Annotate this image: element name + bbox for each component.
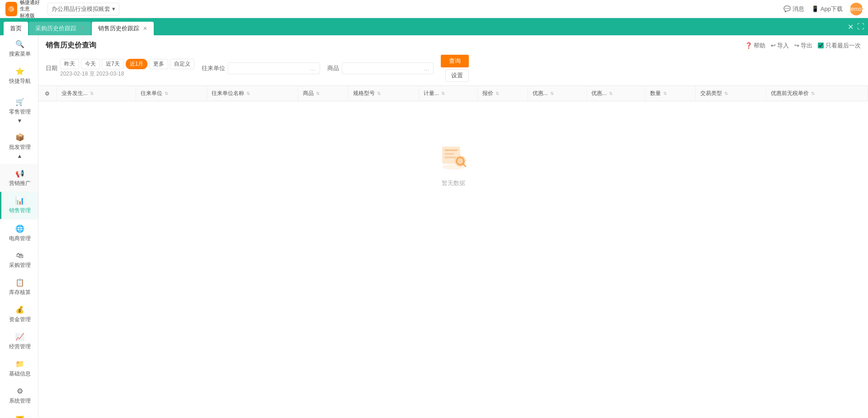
search-sidebar-icon: 🔍 (15, 40, 24, 48)
tab-sales-history[interactable]: 销售历史价跟踪 ✕ (92, 22, 154, 35)
col-trade-type[interactable]: 交易类型 ⇅ (695, 86, 766, 101)
col-biz-date[interactable]: 业务发生... ⇅ (57, 86, 136, 101)
col-partner-code[interactable]: 往来单位 ⇅ (136, 86, 207, 101)
col-product[interactable]: 商品 ⇅ (298, 86, 348, 101)
page-header: 销售历史价查询 ❓ 帮助 ↩ 导入 ↪ 导出 (38, 35, 868, 86)
sort-biz-date-icon: ⇅ (90, 91, 94, 96)
top-bar-right: 💬 消息 📱 App下载 demo2 (783, 3, 863, 15)
close-sales-tab-icon[interactable]: ✕ (143, 25, 147, 32)
app-download-btn[interactable]: 📱 App下载 (811, 5, 843, 13)
tab-bar: 首页 采购历史价跟踪 ✕ 销售历史价跟踪 ✕ ✕ ⛶ (0, 18, 868, 35)
sidebar-item-search[interactable]: 🔍 搜索菜单 (0, 35, 38, 62)
marketing-icon: 📢 (15, 169, 24, 178)
table-container: ⚙ 业务发生... ⇅ 往来单位 ⇅ 往来单位名称 (38, 86, 868, 418)
col-pretax-price[interactable]: 优惠前无税单价 ⇅ (766, 86, 868, 101)
sidebar-item-purchase[interactable]: 🛍 采购管理 (0, 247, 38, 274)
col-discount1[interactable]: 优惠... ⇅ (528, 86, 586, 101)
sales-tab-label: 销售历史价跟踪 (98, 24, 139, 33)
close-window-icon[interactable]: ✕ (848, 23, 854, 31)
only-last-checkbox-item[interactable]: 只看最后一次 (818, 42, 861, 50)
close-purchase-tab-icon[interactable]: ✕ (80, 25, 85, 32)
partner-input[interactable] (232, 65, 308, 72)
sort-partner-code-icon: ⇅ (165, 91, 168, 96)
sidebar-item-operations[interactable]: 📈 经营管理 (0, 328, 38, 355)
partner-filter-group: 往来单位 ... (202, 62, 320, 74)
svg-rect-4 (444, 149, 458, 151)
date-btn-custom[interactable]: 自定义 (170, 59, 194, 69)
retail-arrow-icon: ▼ (17, 118, 23, 124)
retail-icon: 🛒 (15, 98, 24, 106)
sidebar-item-quick-nav[interactable]: ⭐ 快捷导航 (0, 62, 38, 90)
sidebar-wholesale-label: 批发管理 (9, 143, 31, 151)
page-actions: ❓ 帮助 ↩ 导入 ↪ 导出 只看最后一次 (745, 42, 861, 50)
sort-quantity-icon: ⇅ (663, 91, 667, 96)
only-last-checkbox[interactable] (818, 43, 824, 48)
message-btn[interactable]: 💬 消息 (783, 5, 804, 13)
logo-icon: 好 (5, 2, 17, 16)
table-header: ⚙ 业务发生... ⇅ 往来单位 ⇅ 往来单位名称 (38, 86, 868, 101)
partner-input-dots[interactable]: ... (310, 64, 316, 72)
system-icon: ⚙ (17, 387, 23, 395)
sort-trade-type-icon: ⇅ (724, 91, 728, 96)
corp-collab-icon: 🤝 (15, 414, 24, 418)
empty-text: 暂无数据 (442, 179, 465, 187)
empty-state: 暂无数据 (38, 101, 868, 223)
date-btn-yesterday[interactable]: 昨天 (60, 59, 79, 69)
sort-partner-name-icon: ⇅ (246, 91, 250, 96)
query-button[interactable]: 查询 (441, 55, 469, 67)
download-icon: 📱 (811, 5, 819, 12)
product-filter-group: 商品 ... (327, 62, 434, 74)
sidebar-item-finance[interactable]: 💰 资金管理 (0, 301, 38, 328)
col-discount2[interactable]: 优惠... ⇅ (586, 86, 645, 101)
date-btn-7days[interactable]: 近7天 (102, 59, 124, 69)
product-filter-label: 商品 (327, 64, 339, 72)
sidebar-item-system[interactable]: ⚙ 系统管理 (0, 382, 38, 409)
col-spec[interactable]: 规格型号 ⇅ (348, 86, 419, 101)
sidebar-finance-label: 资金管理 (9, 316, 31, 323)
sidebar-sales-mgmt-label: 销售管理 (9, 207, 31, 214)
date-btn-today[interactable]: 今天 (81, 59, 100, 69)
sort-quote-icon: ⇅ (495, 91, 499, 96)
workspace-selector[interactable]: 办公用品行业模拟账套 ▾ (47, 3, 119, 15)
date-range-display: 2023-02-18 至 2023-03-18 (60, 70, 194, 78)
date-btn-1month[interactable]: 近1月 (126, 59, 148, 69)
main-layout: 🔍 搜索菜单 ⭐ 快捷导航 🛒 零售管理 ▼ 📦 批发管理 ▲ 📢 营销推广 📊… (0, 35, 868, 418)
tab-purchase-history[interactable]: 采购历史价跟踪 ✕ (29, 22, 91, 35)
sidebar-item-wholesale[interactable]: 📦 批发管理 ▲ (0, 128, 38, 164)
import-btn[interactable]: ↩ 导入 (771, 42, 789, 50)
col-unit[interactable]: 计量... ⇅ (419, 86, 478, 101)
col-gear[interactable]: ⚙ (38, 86, 57, 101)
sidebar-item-ecommerce[interactable]: 🌐 电商管理 (0, 220, 38, 247)
product-input-dots[interactable]: ... (424, 64, 429, 72)
col-quote[interactable]: 报价 ⇅ (477, 86, 528, 101)
logo-area: 好 畅捷通好生意 标准版 (5, 0, 44, 19)
sidebar-ecommerce-label: 电商管理 (9, 235, 31, 242)
sidebar-item-basic-info[interactable]: 📁 基础信息 (0, 355, 38, 382)
sales-mgmt-icon: 📊 (15, 196, 24, 205)
top-bar-left: 好 畅捷通好生意 标准版 办公用品行业模拟账套 ▾ (5, 0, 119, 19)
sidebar-item-sales-mgmt[interactable]: 📊 销售管理 (0, 192, 38, 219)
import-icon: ↩ (771, 42, 776, 49)
sidebar-item-marketing[interactable]: 📢 营销推广 (0, 165, 38, 192)
sidebar-item-inventory[interactable]: 📋 库存核算 (0, 274, 38, 301)
col-partner-name[interactable]: 往来单位名称 ⇅ (207, 86, 298, 101)
sidebar-operations-label: 经营管理 (9, 343, 31, 351)
maximize-window-icon[interactable]: ⛶ (857, 23, 864, 31)
user-profile[interactable]: demo2 (850, 3, 863, 15)
help-btn[interactable]: ❓ 帮助 (745, 42, 765, 50)
settings-button[interactable]: 设置 (445, 69, 469, 82)
export-btn[interactable]: ↪ 导出 (794, 42, 812, 50)
product-input[interactable] (346, 65, 422, 72)
date-btn-more[interactable]: 更多 (149, 59, 168, 69)
avatar: demo2 (850, 3, 863, 15)
date-filter-label: 日期 (46, 64, 57, 72)
sidebar-item-retail[interactable]: 🛒 零售管理 ▼ (0, 93, 38, 128)
top-bar: 好 畅捷通好生意 标准版 办公用品行业模拟账套 ▾ 💬 消息 📱 App下载 d… (0, 0, 868, 18)
col-quantity[interactable]: 数量 ⇅ (645, 86, 695, 101)
gear-icon: ⚙ (45, 90, 50, 97)
tab-home[interactable]: 首页 (4, 22, 28, 35)
sidebar-purchase-label: 采购管理 (9, 261, 31, 269)
sidebar-item-corp-collab[interactable]: 🤝 企业协同 (0, 409, 38, 418)
action-btn-group: 查询 设置 (441, 55, 469, 82)
partner-filter-label: 往来单位 (202, 64, 225, 72)
